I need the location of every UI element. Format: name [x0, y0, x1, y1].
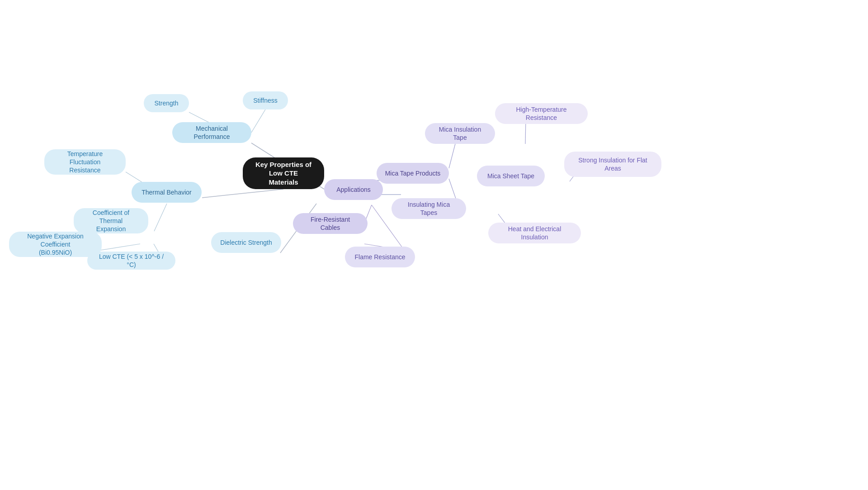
- high-temp-node: High-Temperature Resistance: [495, 103, 588, 124]
- mica-insulation-tape-label: Mica Insulation Tape: [432, 125, 488, 142]
- fire-cables-label: Fire-Resistant Cables: [300, 215, 360, 232]
- strength-node: Strength: [144, 94, 189, 112]
- mica-sheet-tape-label: Mica Sheet Tape: [487, 172, 534, 180]
- stiffness-label: Stiffness: [253, 96, 277, 105]
- low-cte-node: Low CTE (< 5 x 10^-6 /°C): [87, 252, 175, 270]
- svg-line-1: [202, 189, 283, 198]
- applications-label: Applications: [336, 186, 371, 194]
- strong-insulation-label: Strong Insulation for Flat Areas: [571, 156, 654, 172]
- dielectric-label: Dielectric Strength: [220, 238, 272, 247]
- svg-line-6: [251, 109, 265, 133]
- mica-sheet-tape-node: Mica Sheet Tape: [477, 166, 545, 186]
- low-cte-label: Low CTE (< 5 x 10^-6 /°C): [94, 252, 168, 269]
- strength-label: Strength: [155, 99, 179, 107]
- svg-line-8: [154, 204, 167, 231]
- neg-exp-node: Negative Expansion Coefficient(Bi0.95NiO…: [9, 232, 102, 257]
- strong-insulation-node: Strong Insulation for Flat Areas: [564, 152, 661, 177]
- neg-exp-label: Negative Expansion Coefficient(Bi0.95NiO…: [16, 232, 94, 257]
- heat-elec-label: Heat and Electrical Insulation: [495, 225, 574, 241]
- svg-line-14: [449, 144, 455, 168]
- insulating-mica-node: Insulating Mica Tapes: [392, 198, 466, 219]
- coeff-thermal-label: Coefficient of ThermalExpansion: [81, 209, 141, 233]
- thermal-behavior-node: Thermal Behavior: [132, 182, 202, 203]
- flame-resistance-label: Flame Resistance: [354, 253, 405, 261]
- fire-cables-node: Fire-Resistant Cables: [293, 213, 368, 234]
- flame-resistance-node: Flame Resistance: [345, 247, 415, 267]
- temp-fluctuation-node: Temperature FluctuationResistance: [44, 149, 126, 175]
- heat-elec-node: Heat and Electrical Insulation: [488, 223, 581, 243]
- applications-node: Applications: [324, 179, 383, 200]
- dielectric-node: Dielectric Strength: [211, 232, 281, 253]
- thermal-behavior-label: Thermal Behavior: [142, 188, 192, 196]
- mechanical-performance-label: Mechanical Performance: [179, 124, 244, 141]
- temp-fluctuation-label: Temperature FluctuationResistance: [52, 150, 118, 175]
- center-label: Key Properties of Low CTE Materials: [250, 160, 317, 187]
- high-temp-label: High-Temperature Resistance: [502, 105, 580, 122]
- insulating-mica-label: Insulating Mica Tapes: [399, 200, 459, 217]
- coeff-thermal-node: Coefficient of ThermalExpansion: [74, 208, 148, 233]
- mica-insulation-tape-node: Mica Insulation Tape: [425, 123, 495, 144]
- center-node: Key Properties of Low CTE Materials: [243, 157, 324, 189]
- stiffness-node: Stiffness: [243, 91, 288, 109]
- mechanical-performance-node: Mechanical Performance: [172, 122, 251, 143]
- mica-tape-products-label: Mica Tape Products: [385, 169, 441, 177]
- mica-tape-products-node: Mica Tape Products: [377, 163, 449, 184]
